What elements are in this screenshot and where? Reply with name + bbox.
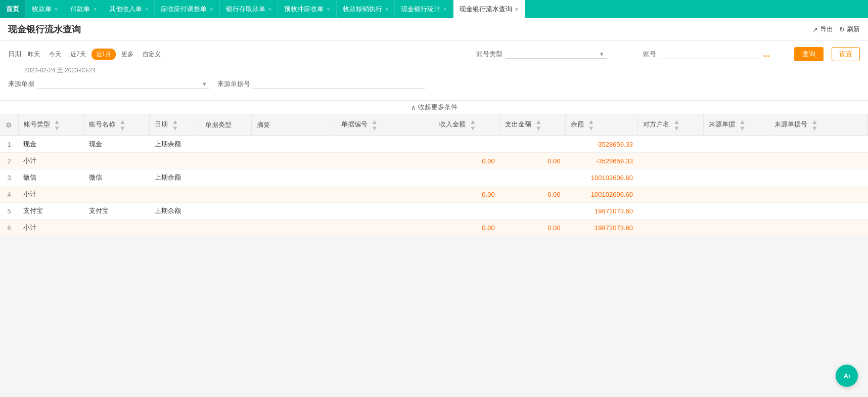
tab-close-3[interactable]: × (210, 6, 213, 12)
table-row[interactable]: 3微信微信上期余额100102606.60 (0, 169, 868, 186)
date-label: 日期 (8, 50, 21, 59)
col-doc-type-label: 单据类型 (205, 121, 232, 128)
cell-doc-no (336, 186, 434, 203)
tab-close-8[interactable]: × (515, 6, 518, 12)
col-settings[interactable]: ⚙ (0, 114, 18, 136)
date-btn-7days[interactable]: 近7天 (67, 49, 89, 60)
account-dots-button[interactable]: ... (763, 50, 770, 59)
source-doc-select[interactable]: ▼ (37, 80, 209, 89)
refresh-button[interactable]: ↻ 刷新 (839, 25, 860, 34)
tab-close-7[interactable]: × (443, 6, 446, 12)
nav-tab-1[interactable]: 付款单 × (64, 0, 103, 18)
cell-summary (251, 136, 336, 153)
col-account-type[interactable]: 账号类型 ▲▼ (18, 114, 84, 136)
tab-label-7: 现金银行统计 (401, 5, 440, 14)
date-btn-more[interactable]: 更多 (118, 49, 137, 60)
account-type-select[interactable]: ▼ (506, 50, 607, 59)
sort-icon-expense: ▲▼ (535, 118, 542, 131)
source-doc-arrow-icon: ▼ (202, 81, 207, 87)
tab-label-6: 收款核销执行 (343, 5, 382, 14)
col-date-label: 日期 (155, 120, 168, 128)
sort-icon-balance: ▲▼ (588, 118, 595, 131)
cell-income: 0.00 (434, 153, 500, 169)
table-row[interactable]: 4小计0.000.00100102606.60 (0, 186, 868, 203)
cell-source-no (769, 169, 868, 186)
col-summary[interactable]: 摘要 (251, 114, 336, 136)
cell-counterpart (638, 153, 704, 169)
col-doc-no[interactable]: 单据编号 ▲▼ (336, 114, 434, 136)
date-btn-custom[interactable]: 自定义 (139, 49, 164, 60)
nav-tab-6[interactable]: 收款核销执行 × (337, 0, 395, 18)
cell-balance: 100102606.60 (566, 169, 638, 186)
cell-date (150, 186, 200, 203)
cell-expense: 0.00 (500, 186, 566, 203)
date-btn-yesterday[interactable]: 昨天 (24, 49, 43, 60)
query-button[interactable]: 查询 (794, 47, 824, 61)
tab-label-2: 其他收入单 (109, 5, 142, 14)
nav-tab-7[interactable]: 现金银行统计 × (395, 0, 453, 18)
cell-counterpart (638, 169, 704, 186)
col-counterpart[interactable]: 对方户名 ▲▼ (638, 114, 704, 136)
date-btn-1month[interactable]: 近1月 (92, 49, 116, 60)
tab-close-1[interactable]: × (93, 6, 96, 12)
col-account-type-label: 账号类型 (24, 120, 50, 128)
nav-tab-3[interactable]: 应收应付调整单 × (155, 0, 219, 18)
col-account-name[interactable]: 账号名称 ▲▼ (84, 114, 150, 136)
source-no-input[interactable] (253, 79, 425, 89)
source-doc-filter: 来源单据 ▼ (8, 79, 209, 89)
table-settings-icon[interactable]: ⚙ (6, 121, 12, 129)
col-source-no-label: 来源单据号 (774, 120, 807, 128)
nav-home[interactable]: 首页 (0, 0, 26, 18)
export-label: 导出 (820, 25, 833, 34)
cell-doc-type (200, 203, 251, 219)
col-expense[interactable]: 支出金额 ▲▼ (500, 114, 566, 136)
tab-close-2[interactable]: × (145, 6, 148, 12)
cell-account-name (84, 186, 150, 203)
date-btn-today[interactable]: 今天 (45, 49, 65, 60)
cell-account-name: 微信 (84, 169, 150, 186)
page-title: 现金银行流水查询 (8, 23, 81, 35)
cell-summary (251, 219, 336, 236)
nav-tab-4[interactable]: 银行存取款单 × (220, 0, 278, 18)
account-type-filter: 账号类型 ▼ (476, 50, 607, 59)
cell-source-no (769, 136, 868, 153)
tab-close-4[interactable]: × (268, 6, 271, 12)
col-balance[interactable]: 余额 ▲▼ (566, 114, 638, 136)
table-row[interactable]: 5支付宝支付宝上期余额19871073.60 (0, 203, 868, 219)
col-date[interactable]: 日期 ▲▼ (150, 114, 200, 136)
tab-close-5[interactable]: × (327, 6, 330, 12)
nav-tab-8[interactable]: 现金银行流水查询 × (453, 0, 525, 18)
account-filter: 账号 ... (643, 49, 770, 59)
source-no-filter: 来源单据号 (217, 79, 425, 89)
tab-close-0[interactable]: × (55, 6, 58, 12)
settings-button[interactable]: 设置 (832, 47, 860, 61)
tab-close-6[interactable]: × (385, 6, 388, 12)
sort-icon-source-doc: ▲▼ (739, 118, 746, 131)
export-button[interactable]: ↗ 导出 (812, 25, 833, 34)
nav-tab-5[interactable]: 预收冲应收单 × (278, 0, 336, 18)
col-expense-label: 支出金额 (505, 120, 531, 128)
table-row[interactable]: 6小计0.000.0019871073.60 (0, 219, 868, 236)
cell-balance: 19871073.60 (566, 203, 638, 219)
nav-tab-0[interactable]: 收款单 × (26, 0, 64, 18)
table-row[interactable]: 2小计0.000.00-3528659.33 (0, 153, 868, 169)
table-row[interactable]: 1现金现金上期余额-3528659.33 (0, 136, 868, 153)
table-header-row: ⚙ 账号类型 ▲▼ 账号名称 ▲▼ 日期 ▲▼ 单据类型 摘 (0, 114, 868, 136)
cell-income: 0.00 (434, 186, 500, 203)
cell-row-num: 5 (0, 203, 18, 219)
col-source-doc[interactable]: 来源单据 ▲▼ (704, 114, 769, 136)
filter-row-1: 日期 昨天 今天 近7天 近1月 更多 自定义 账号类型 ▼ 账号 ... (8, 47, 860, 61)
col-source-no[interactable]: 来源单据号 ▲▼ (769, 114, 868, 136)
nav-tab-2[interactable]: 其他收入单 × (103, 0, 155, 18)
col-income[interactable]: 收入金额 ▲▼ (434, 114, 500, 136)
collapse-bar[interactable]: ∧ 收起更多条件 (0, 101, 868, 114)
cell-account-type: 小计 (18, 219, 84, 236)
cell-summary (251, 153, 336, 169)
cell-income (434, 203, 500, 219)
cell-balance: 19871073.60 (566, 219, 638, 236)
cell-summary (251, 203, 336, 219)
account-input[interactable] (659, 49, 760, 59)
tab-label-3: 应收应付调整单 (161, 5, 207, 14)
col-doc-type[interactable]: 单据类型 (200, 114, 251, 136)
cell-summary (251, 186, 336, 203)
